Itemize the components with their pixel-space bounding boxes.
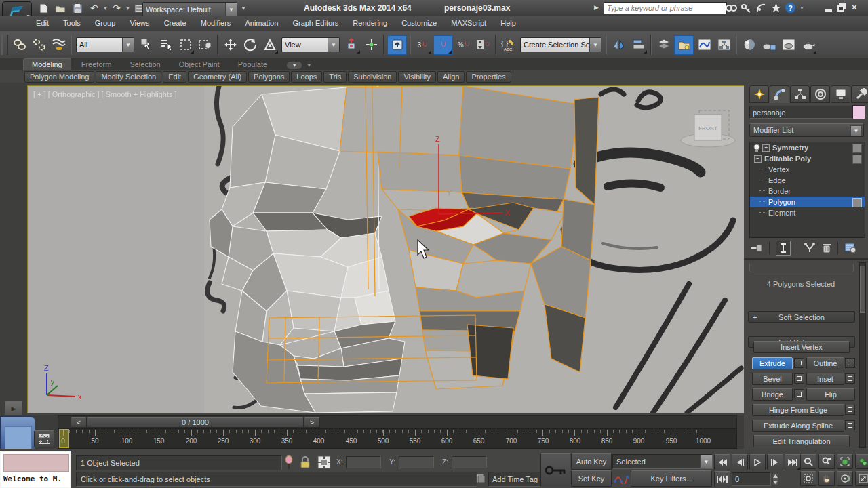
track-bar[interactable]: 0 50 100 150 200 250 300 350 400 450 500… [58,428,737,449]
set-keys-button[interactable] [540,453,570,487]
extrude-settings-button[interactable] [794,358,804,368]
bind-to-space-warp-icon[interactable] [50,36,68,54]
viewport-label[interactable]: [ + ] [ Orthographic ] [ Smooth + Highli… [33,90,177,98]
outline-button[interactable]: Outline [806,357,844,369]
inset-settings-button[interactable] [845,373,855,384]
selection-filter-dropdown[interactable]: All ▼ [76,37,134,52]
rendered-frame-window-icon[interactable] [779,36,797,54]
extrude-button[interactable]: Extrude [752,357,793,369]
polygon-toggle-box[interactable] [852,198,862,207]
object-color-swatch[interactable] [852,105,865,119]
angle-snap-toggle-icon[interactable]: ∩ [433,35,453,55]
inset-button[interactable]: Inset [806,373,844,385]
ribbon-tab-selection[interactable]: Selection [121,59,168,70]
spline-settings-button[interactable] [845,420,855,430]
set-key-button[interactable]: Set Key [571,470,612,487]
select-and-rotate-icon[interactable] [241,36,259,54]
current-frame-field[interactable]: 0 [732,472,771,486]
ribbon-minimize-button[interactable]: ▼ [287,62,302,69]
viewport-layout-tab-button[interactable]: ▶ [5,401,22,415]
pan-hand-icon[interactable] [818,471,835,486]
stack-row-element[interactable]: Element [750,207,865,218]
play-button[interactable] [749,454,766,470]
menu-views[interactable]: Views [123,16,155,30]
minimize-button[interactable] [825,9,832,12]
collapse-icon[interactable]: − [754,155,762,163]
panel-visibility[interactable]: Visibility [398,71,436,83]
restore-button[interactable] [837,3,846,12]
panel-modify-selection[interactable]: Modify Selection [96,71,161,83]
expand-icon[interactable]: + [762,144,770,152]
window-crossing-toggle-icon[interactable] [196,36,214,54]
isolate-selection-icon[interactable] [283,455,294,470]
menu-maxscript[interactable]: MAXScript [445,16,492,30]
mini-curve-editor-button[interactable] [34,430,54,447]
communication-center-icon[interactable] [756,3,767,13]
hierarchy-tab[interactable] [790,85,810,103]
search-expander-icon[interactable]: ▶ [594,4,599,11]
toggle-ribbon-icon[interactable] [674,35,694,55]
menu-graph-editors[interactable]: Graph Editors [286,16,344,30]
auto-key-button[interactable]: Auto Key [571,453,612,470]
snaps-toggle-icon[interactable]: 3∩ [414,36,432,54]
edit-triangulation-button[interactable]: Edit Triangulation [753,435,850,447]
time-slider-prev-button[interactable]: < [71,417,87,428]
select-and-move-icon[interactable] [221,36,239,54]
editable-poly-toggle-box[interactable] [852,155,862,164]
menu-animation[interactable]: Animation [239,16,284,30]
soft-selection-rollout[interactable]: + Soft Selection [748,311,855,323]
remove-modifier-icon[interactable] [822,243,831,253]
show-end-result-icon[interactable] [776,241,791,256]
stack-row-border[interactable]: Border [750,186,865,197]
rectangular-selection-region-icon[interactable] [176,36,195,54]
absolute-mode-icon[interactable] [317,455,331,469]
modify-tab[interactable] [770,85,789,103]
zoom-all-icon[interactable] [818,454,835,469]
next-frame-button[interactable] [767,454,783,470]
menu-customize[interactable]: Customize [395,16,443,30]
percent-snap-toggle-icon[interactable]: %∩ [454,36,473,54]
unlink-selection-icon[interactable] [30,36,48,54]
manage-layers-icon[interactable] [654,36,673,54]
toolbar-grip[interactable] [1,35,8,55]
utilities-tab[interactable] [851,85,868,103]
render-setup-icon[interactable] [760,36,778,54]
search-icon[interactable] [726,3,737,13]
zoom-extents-icon[interactable] [837,454,853,469]
undo-icon[interactable]: ↶ [86,2,102,14]
go-to-start-button[interactable] [714,454,730,470]
open-file-icon[interactable] [52,2,68,14]
time-slider-track[interactable]: < 0 / 1000 > [58,415,737,429]
menu-help[interactable]: Help [494,16,522,30]
welcome-window[interactable]: Welcome to M. [0,451,71,488]
ribbon-tab-object-paint[interactable]: Object Paint [171,59,228,70]
zoom-region-icon[interactable] [800,471,816,486]
stack-row-edge[interactable]: Edge [750,175,865,186]
menu-group[interactable]: Group [89,16,122,30]
panel-geometry-all[interactable]: Geometry (All) [188,71,247,83]
sign-in-key-icon[interactable] [741,3,752,13]
object-name-field[interactable]: personaje [749,106,855,119]
selection-lock-icon[interactable] [300,455,311,469]
redo-icon[interactable]: ↷ [108,2,125,14]
bridge-settings-button[interactable] [794,389,804,399]
panel-polygons[interactable]: Polygons [248,71,290,83]
ribbon-tab-freeform[interactable]: Freeform [73,59,120,70]
orbit-icon[interactable] [837,471,853,486]
bridge-button[interactable]: Bridge [752,388,793,401]
undo-flyout-icon[interactable]: ▼ [103,6,108,11]
spinner-snap-toggle-icon[interactable]: ∩ [474,36,492,54]
maximize-viewport-icon[interactable] [855,471,868,486]
hinge-from-edge-button[interactable]: Hinge From Edge [752,404,844,416]
time-slider-next-button[interactable]: > [304,417,320,428]
ribbon-tab-populate[interactable]: Populate [230,59,275,70]
symmetry-toggle-box[interactable] [852,144,862,153]
add-time-tag-box[interactable]: Add Time Tag [488,472,543,487]
key-filters-button[interactable]: Key Filters... [631,470,712,487]
select-and-manipulate-icon[interactable] [362,36,380,54]
select-and-scale-icon[interactable] [260,36,279,54]
make-unique-icon[interactable] [804,243,816,253]
selection-set-filter-dropdown[interactable]: Selected ▼ [612,454,713,469]
schematic-view-icon[interactable] [715,36,733,54]
menu-edit[interactable]: Edit [30,16,55,30]
